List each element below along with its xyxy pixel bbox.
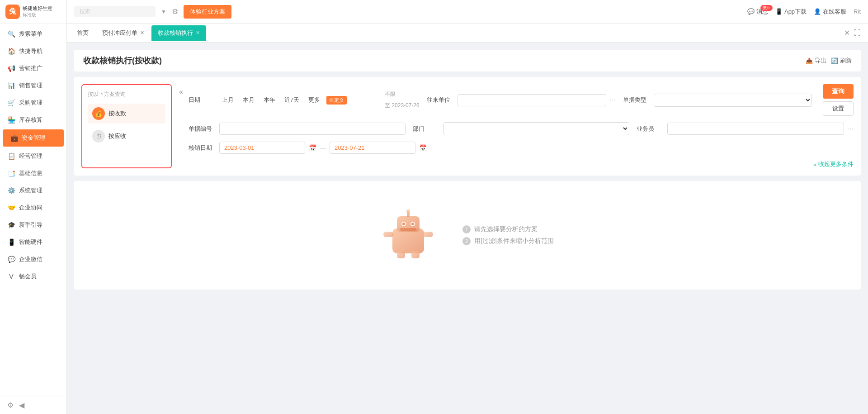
tab-receipt-cancel[interactable]: 收款核销执行 ✕ [151, 25, 206, 41]
sidebar-purchase-label: 采购管理 [19, 99, 42, 107]
sidebar-item-enterprise[interactable]: 🤝 企业协同 [0, 199, 66, 216]
sidebar-inventory-label: 库存核算 [19, 116, 42, 124]
sidebar-item-hardware[interactable]: 📱 智能硬件 [0, 233, 66, 251]
verify-date-label: 核销日期 [189, 144, 216, 152]
page-title: 收款核销执行(按收款) [83, 55, 162, 66]
filter-right: 日期 上月 本月 本年 近7天 更多 自定义 不限 [189, 84, 854, 168]
date-this-year[interactable]: 本年 [261, 95, 278, 105]
date-label: 日期 [189, 96, 216, 104]
tab-actions: ✕ ⛶ [844, 29, 864, 37]
tab-close-window-icon[interactable]: ✕ [844, 29, 850, 37]
home-icon: 🏠 [7, 47, 15, 55]
header-search-box[interactable]: 搜索 [74, 6, 156, 17]
voucher-type-label: 单据类型 [623, 96, 650, 104]
page-title-bar: 收款核销执行(按收款) 📤 导出 🔄 刷新 [74, 50, 861, 71]
basicinfo-icon: 📑 [7, 169, 15, 177]
dept-select[interactable] [443, 122, 630, 135]
calendar-start-icon[interactable]: 📅 [309, 144, 316, 152]
salesperson-dots[interactable]: ··· [848, 125, 854, 133]
sidebar-item-system[interactable]: ⚙️ 系统管理 [0, 182, 66, 199]
tab-home[interactable]: 首页 [71, 25, 95, 41]
header-chevron-icon[interactable]: ▼ [161, 9, 166, 15]
tab-fullscreen-icon[interactable]: ⛶ [854, 29, 861, 37]
date-no-limit-group: 不限 至 2023-07-26 [385, 90, 420, 109]
sidebar-logo: 兔 畅捷通好生意 标准版 [0, 0, 66, 24]
sidebar-funds-label: 资金管理 [22, 134, 45, 142]
sidebar-item-member[interactable]: V 畅会员 [0, 268, 66, 285]
sidebar-item-search[interactable]: 🔍 搜索菜单 [0, 25, 66, 43]
voucher-type-filter-group: 单据类型 [623, 94, 812, 107]
tip-num-2: 2 [462, 237, 471, 245]
sidebar-item-purchase[interactable]: 🛒 采购管理 [0, 94, 66, 111]
date-last-month[interactable]: 上月 [219, 95, 236, 105]
sidebar-item-inventory[interactable]: 🏪 库存核算 [0, 111, 66, 128]
sidebar-guide-label: 新手引导 [19, 221, 42, 229]
refresh-label: 刷新 [840, 57, 852, 65]
sidebar-item-sales[interactable]: 📊 销售管理 [0, 77, 66, 94]
svg-rect-11 [397, 251, 405, 258]
export-button[interactable]: 📤 导出 [806, 57, 826, 65]
collapse-more-button[interactable]: « 收起更多条件 [189, 160, 854, 168]
voucher-no-input[interactable] [219, 123, 406, 135]
counterparty-dots[interactable]: ··· [610, 96, 616, 104]
export-label: 导出 [815, 57, 826, 65]
app-download-button[interactable]: 📱 App下载 [775, 8, 807, 16]
header-gear-icon[interactable]: ⚙ [172, 7, 178, 16]
date-custom-badge[interactable]: 自定义 [326, 96, 347, 105]
sidebar-item-wechat[interactable]: 💬 企业微信 [0, 251, 66, 268]
empty-tip-1-label: 请先选择要分析的方案 [474, 225, 538, 233]
sidebar-enterprise-label: 企业协同 [19, 204, 42, 212]
svg-rect-12 [411, 251, 420, 258]
collapse-query-panel-btn[interactable]: « [179, 88, 183, 96]
svg-rect-0 [392, 228, 424, 253]
dept-filter-group: 部门 [413, 122, 630, 135]
query-option-by-receivable[interactable]: ⏱ 按应收 [88, 126, 165, 146]
sidebar-marketing-label: 营销推广 [19, 64, 42, 72]
query-button[interactable]: 查询 [823, 84, 854, 99]
tab-home-label: 首页 [77, 29, 89, 37]
sidebar-item-funds[interactable]: 💼 资金管理 [3, 129, 64, 147]
empty-tips: 1 请先选择要分析的方案 2 用[过滤]条件来缩小分析范围 [462, 225, 554, 245]
settings-bottom-icon[interactable]: ⚙ [7, 401, 14, 409]
date-this-month[interactable]: 本月 [240, 95, 257, 105]
sales-icon: 📊 [7, 81, 15, 90]
refresh-icon: 🔄 [831, 57, 838, 64]
collapse-more-label: 收起更多条件 [818, 160, 854, 168]
sidebar-item-operations[interactable]: 📋 经营管理 [0, 148, 66, 165]
filter-layout: 按以下方案查询 💰 按收款 ⏱ 按应收 « [81, 84, 854, 168]
logo-icon: 兔 [5, 5, 20, 19]
sidebar-wechat-label: 企业微信 [19, 255, 42, 263]
calendar-end-icon[interactable]: 📅 [419, 144, 427, 152]
sidebar-item-guide[interactable]: 🎓 新手引导 [0, 216, 66, 233]
verify-date-start-input[interactable] [219, 142, 305, 154]
sidebar-item-basicinfo[interactable]: 📑 基础信息 [0, 165, 66, 182]
date-more[interactable]: 更多 [306, 95, 323, 105]
tab-prepay[interactable]: 预付冲应付单 ✕ [96, 25, 151, 41]
sidebar-search-label: 搜索菜单 [19, 30, 42, 38]
empty-state-panel: 1 请先选择要分析的方案 2 用[过滤]条件来缩小分析范围 [74, 181, 861, 290]
svg-point-7 [406, 209, 410, 213]
sidebar-member-label: 畅会员 [19, 272, 37, 281]
tab-receipt-cancel-close[interactable]: ✕ [196, 30, 200, 36]
verify-date-end-input[interactable] [330, 142, 415, 154]
sidebar-item-marketing[interactable]: 📢 营销推广 [0, 60, 66, 77]
user-name: Rit [854, 8, 861, 15]
refresh-button[interactable]: 🔄 刷新 [831, 57, 852, 65]
svg-rect-9 [383, 232, 393, 237]
voucher-type-select[interactable] [654, 94, 812, 107]
tab-prepay-close[interactable]: ✕ [140, 30, 144, 36]
setting-button[interactable]: 设置 [823, 101, 854, 116]
trial-button[interactable]: 体验行业方案 [184, 5, 231, 19]
svg-point-4 [402, 223, 405, 225]
message-icon: 💬 [747, 8, 755, 15]
guide-icon: 🎓 [7, 221, 15, 229]
sidebar-item-quicknav[interactable]: 🏠 快捷导航 [0, 43, 66, 60]
counterparty-input[interactable] [458, 94, 606, 106]
query-option-by-receipt[interactable]: 💰 按收款 [88, 104, 165, 124]
salesperson-input[interactable] [667, 123, 844, 135]
date-7days[interactable]: 近7天 [282, 95, 302, 105]
header-right: 💬 消息 99+ 📱 App下载 👤 在线客服 Rit [747, 8, 861, 16]
collapse-sidebar-icon[interactable]: ◀ [19, 401, 24, 409]
online-service-button[interactable]: 👤 在线客服 [814, 8, 846, 16]
message-button[interactable]: 💬 消息 99+ [747, 8, 768, 16]
